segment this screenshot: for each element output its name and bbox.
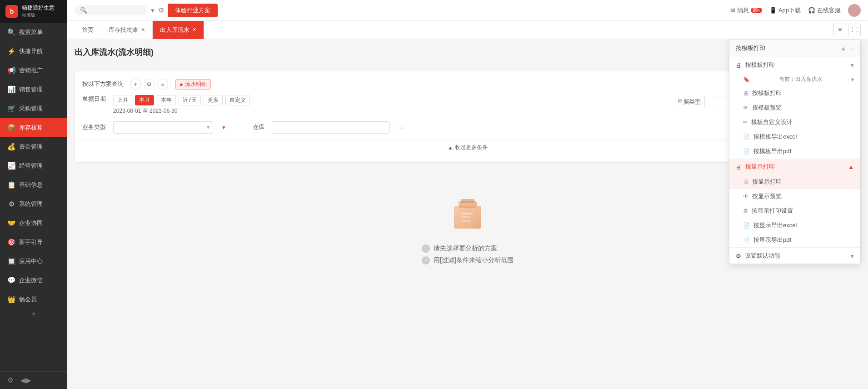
tab-inout-flow[interactable]: 出入库流水 ✕ (153, 21, 204, 39)
settings-condition-btn[interactable]: ⚙ (144, 79, 155, 90)
dropdown-item-template-print[interactable]: 🖨 按模板打印 (729, 86, 860, 100)
sidebar-item-operations[interactable]: 📈 经营管理 (0, 156, 67, 175)
svg-rect-4 (462, 216, 470, 218)
sidebar-item-finance[interactable]: 💰 资金管理 (0, 137, 67, 156)
header-right: ✉ 消息 99+ 📱 App下载 🎧 在线客服 (730, 4, 861, 17)
default-func-icon: ⚙ (736, 253, 741, 259)
date-more-btn[interactable]: 更多 (204, 95, 223, 105)
date-this-year-btn[interactable]: 本年 (157, 95, 176, 105)
sidebar-item-wechat[interactable]: 💬 企业微信 (0, 271, 67, 290)
dropdown-display-section-header[interactable]: 🖨 按显示打印 ▲ (729, 159, 860, 175)
display-preview-icon: 👁 (743, 193, 748, 199)
header-gear-icon[interactable]: ⚙ (158, 6, 164, 15)
biz-type-wrapper (113, 121, 213, 134)
sales-icon: 📊 (7, 85, 15, 94)
search-actions: 按以下方案查询 ＋ ⚙ « (82, 79, 168, 90)
settings-icon[interactable]: ⚙ (7, 376, 13, 384)
trial-btn[interactable]: 体验行业方案 (168, 4, 218, 17)
collapse-condition-btn[interactable]: « (157, 79, 168, 90)
dropdown-item-display-print-settings[interactable]: ⚙ 按显示打印设置 (729, 204, 860, 218)
sidebar-item-purchase[interactable]: 🛒 采购管理 (0, 99, 67, 118)
biz-type-more-btn[interactable]: ▾ (220, 122, 227, 133)
tab-maximize-btn[interactable]: ⛶ (848, 24, 861, 36)
dropdown-scroll-up-icon[interactable]: ▲ (840, 45, 846, 52)
sidebar-nav: 🔍 搜索菜单 ⚡ 快捷导航 📢 营销推广 📊 销售管理 🛒 采购管理 📦 库存核… (0, 23, 67, 371)
step1-text: 请先选择要分析的方案 (434, 244, 497, 253)
chevron-down-icon: ▾ (851, 62, 854, 69)
display-print-icon: 🖨 (743, 179, 748, 185)
dropdown-current-label: 🔖 当前：出入库流水 ▾ (729, 73, 860, 86)
print-small-icon: 🖨 (743, 90, 748, 96)
page-title: 出入库流水(流水明细) (75, 47, 154, 58)
empty-steps-list: 1 请先选择要分析的方案 2 用[过滤]条件来缩小分析范围 (422, 244, 514, 268)
date-label: 单据日期 (82, 95, 106, 103)
biz-type-label: 业务类型 (82, 123, 106, 131)
guide-icon: 🎯 (7, 238, 15, 246)
dropdown-item-template-custom[interactable]: ✏ 模板自定义设计 (729, 115, 860, 130)
finance-icon: 💰 (7, 143, 15, 151)
sidebar-item-quick-nav[interactable]: ⚡ 快捷导航 (0, 42, 67, 61)
sidebar-item-member[interactable]: 👑 畅会员 (0, 290, 67, 309)
date-custom-btn[interactable]: 自定义 (225, 95, 250, 105)
sidebar-item-search[interactable]: 🔍 搜索菜单 (0, 23, 67, 42)
header-search-input[interactable] (90, 7, 135, 14)
dropdown-template-section-header[interactable]: 🖨 按模板打印 ▾ (729, 57, 860, 73)
tab-batch-ledger-close[interactable]: ✕ (141, 27, 145, 33)
dropdown-item-display-print[interactable]: 🖨 按显示打印 (729, 175, 860, 189)
date-this-month-btn[interactable]: 本月 (135, 95, 154, 105)
tab-home[interactable]: 首页 (75, 21, 101, 39)
message-badge: 99+ (751, 8, 762, 13)
dropdown-title: 按模板打印 (736, 44, 765, 52)
current-chevron-icon: ▾ (851, 76, 854, 83)
display-settings-icon: ⚙ (743, 208, 748, 214)
dropdown-close-icon[interactable]: ··· (849, 45, 854, 52)
svg-rect-5 (462, 220, 471, 222)
printer2-icon: 🖨 (736, 164, 742, 170)
online-service-btn[interactable]: 🎧 在线客服 (808, 6, 841, 15)
tab-inout-flow-close[interactable]: ✕ (192, 27, 196, 33)
dropdown-item-template-export-pdf[interactable]: 📄 按模板导出pdf (729, 144, 860, 159)
collapse-icon[interactable]: ◀▶ (20, 376, 31, 384)
display-pdf-icon: 📄 (743, 237, 750, 243)
sidebar-item-marketing[interactable]: 📢 营销推广 (0, 61, 67, 80)
dropdown-default-func[interactable]: ⚙ 设置默认功能 ▾ (729, 248, 860, 264)
tab-batch-ledger[interactable]: 库存批次账 ✕ (101, 21, 153, 39)
dropdown-item-template-preview[interactable]: 👁 按模板预览 (729, 100, 860, 115)
header-left: 🔍 ▾ ⚙ 体验行业方案 (75, 4, 218, 17)
headset-icon: 🎧 (808, 7, 815, 14)
sidebar-item-cooperation[interactable]: 🤝 企业协同 (0, 214, 67, 233)
header-search-bar[interactable]: 🔍 (75, 5, 147, 15)
message-btn[interactable]: ✉ 消息 99+ (730, 6, 762, 15)
date-7days-btn[interactable]: 近7天 (179, 95, 201, 105)
biz-type-select[interactable] (113, 121, 213, 134)
pdf-icon: 📄 (743, 148, 750, 155)
app-version: 标准版 (22, 12, 55, 18)
warehouse-more-btn[interactable]: ··· (397, 122, 406, 133)
app-download-btn[interactable]: 📱 App下载 (769, 6, 801, 15)
display-excel-icon: 📄 (743, 222, 750, 229)
main-content: 🔍 ▾ ⚙ 体验行业方案 ✉ 消息 99+ 📱 App下载 🎧 在线客服 (67, 0, 868, 389)
dropdown-item-display-preview[interactable]: 👁 按显示预览 (729, 189, 860, 204)
tab-close-all-btn[interactable]: ✕ (833, 24, 846, 36)
sidebar-item-inventory[interactable]: 📦 库存核算 (0, 118, 67, 137)
page-content: 出入库流水(流水明细) 🖨 按模板打印 ▲ ⬆ 导出 ↻ 刷新 (67, 39, 868, 389)
dropdown-item-display-export-pdf[interactable]: 📄 按显示导出pdf (729, 233, 860, 247)
date-last-month-btn[interactable]: 上月 (113, 95, 132, 105)
sidebar-item-basic[interactable]: 📋 基础信息 (0, 175, 67, 194)
sidebar-item-system[interactable]: ⚙ 系统管理 (0, 194, 67, 214)
tab-bar: 首页 库存批次账 ✕ 出入库流水 ✕ ✕ ⛶ (67, 21, 868, 39)
add-condition-btn[interactable]: ＋ (130, 79, 141, 90)
sidebar-item-app-center[interactable]: 🔲 应用中心 (0, 252, 67, 271)
step1-num: 1 (422, 244, 430, 253)
warehouse-input[interactable] (272, 121, 390, 134)
dropdown-header-icons: ▲ ··· (840, 45, 854, 52)
cooperation-icon: 🤝 (7, 219, 15, 227)
filter-tag[interactable]: ● 流水明细 (175, 79, 211, 90)
printer-icon: 🖨 (736, 62, 742, 69)
sidebar-item-guide[interactable]: 🎯 新手引导 (0, 233, 67, 252)
dropdown-item-display-export-excel[interactable]: 📄 按显示导出excel (729, 218, 860, 233)
sidebar-item-sales[interactable]: 📊 销售管理 (0, 80, 67, 99)
dropdown-item-template-export-excel[interactable]: 📄 按模板导出excel (729, 130, 860, 144)
header-dropdown-icon[interactable]: ▾ (151, 6, 155, 15)
user-avatar[interactable] (848, 4, 861, 17)
